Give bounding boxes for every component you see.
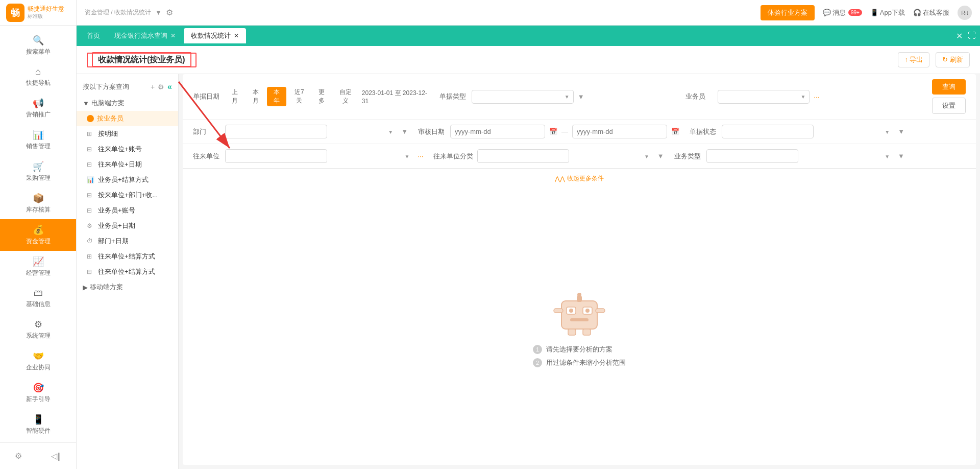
- page-header-actions: ↑ 导出 ↻ 刷新: [898, 52, 970, 67]
- sidebar-item-marketing[interactable]: 📢 营销推广: [0, 92, 76, 124]
- plan-settings-button[interactable]: ⚙: [158, 82, 164, 91]
- filter-row-1: 单据日期 上月 本月 本年 近7天 更多 自定义: [183, 74, 976, 120]
- collapse-footer-icon[interactable]: ◁‖: [48, 448, 64, 464]
- plan-item-counterpart-account[interactable]: ⊟ 往来单位+账号: [77, 142, 178, 157]
- sidebar-item-basic[interactable]: 🗃 基础信息: [0, 283, 76, 314]
- counterpart-more-icon[interactable]: ···: [418, 152, 423, 160]
- counterpart-select[interactable]: [225, 149, 327, 163]
- avatar[interactable]: Rit: [958, 6, 972, 20]
- dept-expand-icon: ▼: [401, 128, 408, 135]
- doc-status-label: 单据状态: [690, 127, 718, 136]
- message-button[interactable]: 💬 消息 99+: [823, 8, 862, 17]
- plan-item-counterpart-dept[interactable]: ⊟ 按来单位+部门+收...: [77, 187, 178, 203]
- sidebar-item-operation[interactable]: 📈 经营管理: [0, 251, 76, 283]
- online-service-button[interactable]: 🎧 在线客服: [913, 8, 949, 17]
- sidebar-item-hardware[interactable]: 📱 智能硬件: [0, 409, 76, 440]
- plan-item-detail[interactable]: ⊞ 按明细: [77, 126, 178, 142]
- tip-num-2: 2: [533, 358, 542, 367]
- expand-icon: ▼: [578, 93, 584, 101]
- plan-item-salesman-account[interactable]: ⊟ 业务员+账号: [77, 203, 178, 218]
- marketing-icon: 📢: [33, 98, 44, 109]
- tab-bank-close[interactable]: ✕: [170, 32, 176, 39]
- biz-type-select[interactable]: [706, 149, 798, 163]
- page-content: 收款情况统计(按业务员) ↑ 导出 ↻ 刷新: [77, 46, 980, 469]
- plan-icon-detail: ⊞: [87, 130, 95, 137]
- dept-select[interactable]: [225, 125, 327, 138]
- empty-state: 1 请先选择要分析的方案 2 用过滤条件来缩小分析范围: [183, 188, 976, 465]
- settings-gear-icon[interactable]: ⚙: [166, 8, 173, 17]
- trial-button[interactable]: 体验行业方案: [761, 5, 815, 20]
- date-label: 单据日期: [193, 92, 221, 101]
- sidebar-item-system[interactable]: ⚙ 系统管理: [0, 314, 76, 345]
- tab-maximize-icon[interactable]: ⛶: [968, 31, 976, 41]
- collapse-panel-button[interactable]: «: [167, 82, 172, 91]
- tab-minimize-icon[interactable]: ✕: [956, 31, 963, 41]
- tip-num-1: 1: [533, 345, 542, 354]
- guide-icon: 🎯: [33, 382, 44, 393]
- sidebar-item-guide[interactable]: 🎯 新手引导: [0, 377, 76, 409]
- query-button[interactable]: 查询: [932, 79, 966, 95]
- audit-date-start[interactable]: [450, 125, 545, 138]
- tab-collection-close[interactable]: ✕: [234, 32, 239, 39]
- filter-panel: 单据日期 上月 本月 本年 近7天 更多 自定义: [183, 74, 976, 188]
- inventory-icon: 📦: [33, 193, 44, 204]
- salesman-more-icon[interactable]: ···: [814, 93, 819, 101]
- date-opt-last-month[interactable]: 上月: [225, 87, 244, 106]
- date-opt-more[interactable]: 更多: [312, 87, 331, 106]
- page-header: 收款情况统计(按业务员) ↑ 导出 ↻ 刷新: [77, 46, 980, 74]
- sidebar-item-search[interactable]: 🔍 搜索菜单: [0, 30, 76, 61]
- tree-desktop-header[interactable]: ▼ 电脑端方案: [77, 96, 178, 111]
- setting-button[interactable]: 设置: [932, 98, 966, 114]
- date-opt-7days[interactable]: 近7天: [288, 87, 310, 106]
- add-plan-button[interactable]: +: [151, 82, 155, 91]
- sidebar-item-purchase[interactable]: 🛒 采购管理: [0, 156, 76, 187]
- sidebar-item-sales[interactable]: 📊 销售管理: [0, 124, 76, 156]
- date-opt-this-month[interactable]: 本月: [246, 87, 265, 106]
- settings-footer-icon[interactable]: ⚙: [12, 448, 25, 464]
- date-opt-this-year[interactable]: 本年: [267, 87, 286, 106]
- message-icon: 💬: [823, 9, 831, 16]
- sidebar-item-inventory[interactable]: 📦 库存核算: [0, 187, 76, 219]
- app-download-button[interactable]: 📱 App下载: [870, 8, 905, 17]
- svg-rect-8: [554, 309, 563, 313]
- refresh-button[interactable]: ↻ 刷新: [936, 52, 970, 67]
- plan-item-counterpart-settlement2[interactable]: ⊟ 往来单位+结算方式: [77, 264, 178, 279]
- plan-item-salesman-settlement[interactable]: 📊 业务员+结算方式: [77, 172, 178, 187]
- tab-collection[interactable]: 收款情况统计 ✕: [184, 28, 246, 43]
- svg-rect-9: [596, 309, 605, 313]
- plan-item-dept-date[interactable]: ⏱ 部门+日期: [77, 233, 178, 249]
- collapse-bar: ⋀⋀ 收起更多条件: [183, 169, 976, 188]
- audit-date-end[interactable]: [572, 125, 667, 138]
- date-opt-custom[interactable]: 自定义: [333, 87, 358, 106]
- sidebar-nav: 🔍 搜索菜单 ⌂ 快捷导航 📢 营销推广 📊 销售管理 🛒 采购管理 📦: [0, 26, 76, 442]
- plan-item-counterpart-date[interactable]: ⊟ 往来单位+日期: [77, 157, 178, 172]
- collapse-button[interactable]: ⋀⋀ 收起更多条件: [555, 174, 604, 183]
- doc-type-select-wrapper: [472, 90, 574, 104]
- header-left: 资金管理 / 收款情况统计 ▼ ⚙: [85, 8, 173, 17]
- plan-active-icon: ●: [87, 115, 94, 122]
- tab-bank[interactable]: 现金银行流水查询 ✕: [107, 28, 183, 43]
- sales-icon: 📊: [33, 129, 44, 140]
- salesman-select[interactable]: [718, 90, 810, 104]
- sidebar-item-corp[interactable]: 🤝 企业协同: [0, 345, 76, 377]
- tab-home[interactable]: 首页: [81, 28, 106, 43]
- plan-icon-cs2: ⊟: [87, 268, 95, 275]
- sidebar-item-shortcut[interactable]: ⌂ 快捷导航: [0, 61, 76, 92]
- salesman-select-wrapper: [718, 90, 810, 104]
- export-button[interactable]: ↑ 导出: [898, 52, 929, 67]
- search-icon: 🔍: [33, 35, 44, 46]
- doc-status-select[interactable]: [722, 125, 814, 138]
- plan-item-salesman[interactable]: ● 按业务员: [77, 111, 178, 126]
- sidebar-item-finance[interactable]: 💰 资金管理: [0, 219, 76, 251]
- doc-type-select[interactable]: [472, 90, 574, 104]
- biz-type-label: 业务类型: [674, 152, 702, 161]
- tree-mobile-header[interactable]: ▶ 移动端方案: [77, 279, 178, 295]
- counterpart-cat-select[interactable]: [477, 149, 569, 163]
- header-actions: 体验行业方案 💬 消息 99+ 📱 App下载 🎧 在线客服: [761, 5, 972, 20]
- dropdown-icon[interactable]: ▼: [155, 9, 162, 16]
- svg-rect-0: [561, 301, 597, 329]
- plan-item-counterpart-settlement1[interactable]: ⊞ 往来单位+结算方式: [77, 249, 178, 264]
- plan-item-salesman-date[interactable]: ⚙ 业务员+日期: [77, 218, 178, 233]
- biz-type-expand-icon: ▼: [898, 152, 904, 160]
- empty-tip-1: 1 请先选择要分析的方案: [533, 345, 626, 354]
